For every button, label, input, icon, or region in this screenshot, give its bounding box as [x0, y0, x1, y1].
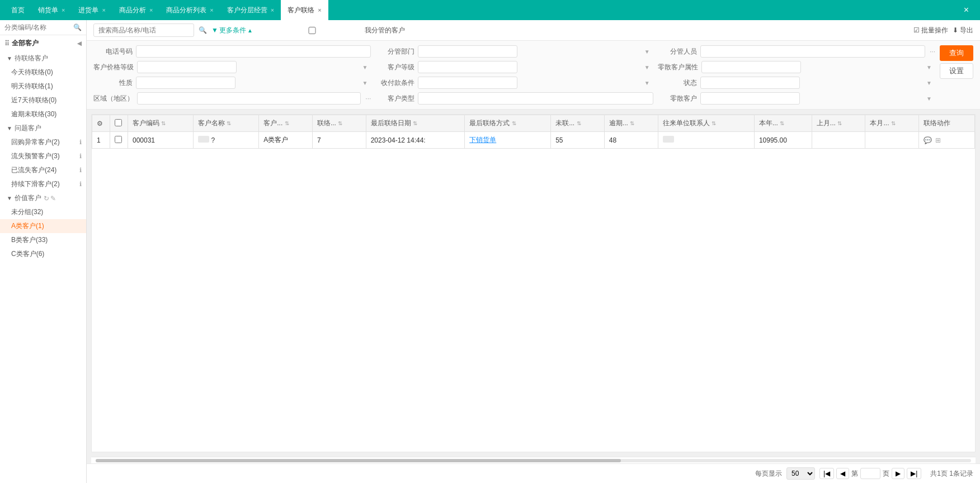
sidebar-item-overdue[interactable]: 逾期未联络(30) [0, 107, 86, 121]
settings-button[interactable]: 设置 [940, 63, 973, 79]
sidebar-item-b-class[interactable]: B类客户(33) [0, 233, 86, 247]
retail-label: 零散客户 [658, 94, 697, 103]
sidebar-item-today[interactable]: 今天待联络(0) [0, 65, 86, 79]
select-all-checkbox[interactable] [115, 119, 122, 126]
status-input[interactable] [700, 77, 800, 89]
region-dots[interactable]: ··· [365, 94, 371, 102]
th-code[interactable]: 客户编码 ⇅ [128, 115, 194, 132]
region-input[interactable] [137, 92, 361, 105]
total-text: 共1页 1条记录 [930, 469, 973, 479]
page-size-select[interactable]: 50 100 200 [786, 467, 815, 480]
th-action: 联络动作 [919, 115, 975, 132]
dept-label: 分管部门 [375, 47, 414, 56]
th-last-method[interactable]: 最后联络方式 ⇅ [465, 115, 551, 132]
level-input[interactable] [418, 61, 517, 73]
nature-input[interactable] [136, 77, 235, 89]
collapse-sidebar-icon[interactable]: ◀ [77, 40, 82, 46]
scrollbar-thumb[interactable] [96, 459, 621, 462]
last-page-btn[interactable]: ▶| [907, 468, 921, 479]
refresh-value-icon[interactable]: ↻ [44, 195, 49, 202]
th-level[interactable]: 客户... ⇅ [259, 115, 313, 132]
th-contact-count[interactable]: 联络... ⇅ [312, 115, 366, 132]
row-checkbox[interactable] [115, 136, 122, 143]
type-input[interactable] [418, 92, 653, 105]
sidebar-search-input[interactable] [4, 23, 71, 31]
status-label: 状态 [658, 78, 697, 88]
th-name[interactable]: 客户名称 ⇅ [194, 115, 259, 132]
sidebar-search-icon[interactable]: 🔍 [73, 23, 82, 31]
sidebar-item-declining[interactable]: 持续下滑客户(2) ℹ [0, 177, 86, 191]
prev-page-btn[interactable]: ◀ [836, 468, 849, 479]
phone-input[interactable] [136, 45, 371, 58]
nav-home[interactable]: 首页 [4, 0, 31, 20]
filter-icon: ▼ [211, 26, 218, 34]
scrollbar-track[interactable] [96, 459, 971, 462]
nav-sales[interactable]: 销货单 × [31, 0, 72, 20]
td-code: 000031 [128, 132, 194, 149]
th-this-year[interactable]: 本年... ⇅ [754, 115, 812, 132]
row-last-method[interactable]: 下销货单 [469, 136, 496, 144]
nav-customer-tier[interactable]: 客户分层经营 × [220, 0, 281, 20]
close-window-icon[interactable]: × [957, 5, 976, 15]
price-level-input[interactable] [137, 61, 237, 73]
search-input[interactable] [93, 23, 194, 37]
nav-analysis-list[interactable]: 商品分析列表 × [159, 0, 220, 20]
page-input[interactable]: 1 [860, 468, 880, 479]
filter-row-1: 电话号码 分管部门 ▼ 分管人员 [93, 45, 935, 58]
sidebar-item-unclassified[interactable]: 未分组(32) [0, 205, 86, 219]
batch-op-btn[interactable]: ☑ 批量操作 [913, 26, 948, 35]
th-last-date[interactable]: 最后联络日期 ⇅ [366, 115, 465, 132]
close-customer-tier-icon[interactable]: × [271, 7, 274, 13]
sidebar-item-7days[interactable]: 近7天待联络(0) [0, 93, 86, 107]
staff-label: 分管人员 [658, 47, 697, 56]
nav-customer-contact[interactable]: 客户联络 × [281, 0, 328, 20]
th-last-month[interactable]: 上月... ⇅ [812, 115, 865, 132]
th-overdue[interactable]: 逾期... ⇅ [604, 115, 658, 132]
nav-purchase[interactable]: 进货单 × [72, 0, 112, 20]
retail-attr-input[interactable]: 全部 [701, 61, 801, 73]
sidebar-item-tomorrow[interactable]: 明天待联络(1) [0, 79, 86, 93]
grid-icon[interactable]: ⊞ [935, 136, 941, 144]
sidebar-item-c-class[interactable]: C类客户(6) [0, 247, 86, 261]
export-btn[interactable]: ⬇ 导出 [953, 26, 973, 35]
row-no: 1 [97, 136, 101, 144]
close-customer-contact-icon[interactable]: × [318, 7, 321, 13]
more-conditions-btn[interactable]: ▼ 更多条件 ▲ [211, 26, 253, 35]
th-code-sort-icon: ⇅ [161, 120, 166, 126]
price-level-label: 客户价格等级 [93, 63, 134, 72]
next-page-btn[interactable]: ▶ [892, 468, 904, 479]
all-customers-header[interactable]: ⠿ 全部客户 ◀ [0, 35, 86, 51]
pending-contact-group[interactable]: ▼ 待联络客户 [0, 51, 86, 65]
unclassified-label: 未分组(32) [11, 207, 43, 217]
close-analysis-list-icon[interactable]: × [210, 7, 213, 13]
edit-value-icon[interactable]: ✎ [50, 195, 56, 202]
dept-input[interactable] [418, 45, 517, 58]
staff-dots[interactable]: ··· [930, 48, 935, 55]
th-gear[interactable]: ⚙ [92, 115, 110, 132]
horizontal-scrollbar[interactable] [91, 457, 976, 463]
table-row: 1 000031 ? A类客户 [92, 132, 975, 149]
th-unit-contact[interactable]: 往来单位联系人 ⇅ [658, 115, 754, 132]
problem-customers-group[interactable]: ▼ 问题客户 [0, 121, 86, 135]
payment-input[interactable] [418, 77, 517, 89]
close-sales-icon[interactable]: × [62, 7, 65, 13]
th-this-month[interactable]: 本月... ⇅ [865, 115, 919, 132]
sidebar-item-churn-warn[interactable]: 流失预警客户(3) ℹ [0, 149, 86, 163]
row-action-icons[interactable]: 💬 ⊞ [924, 136, 970, 144]
sidebar-item-a-class[interactable]: A类客户(1) [0, 219, 86, 233]
overdue-label: 逾期未联络(30) [11, 110, 56, 119]
my-customers-checkbox[interactable] [262, 27, 362, 34]
th-not-contact[interactable]: 未联... ⇅ [551, 115, 605, 132]
query-button[interactable]: 查询 [940, 45, 973, 61]
filter-search-icon[interactable]: 🔍 [199, 26, 207, 34]
close-analysis-icon[interactable]: × [149, 7, 153, 13]
first-page-btn[interactable]: |◀ [819, 468, 834, 479]
value-customers-group[interactable]: ▼ 价值客户 ↻ ✎ [0, 191, 86, 205]
close-purchase-icon[interactable]: × [102, 7, 105, 13]
chat-icon[interactable]: 💬 [924, 136, 932, 144]
sidebar-item-churned[interactable]: 已流失客户(24) ℹ [0, 163, 86, 177]
sidebar-item-repurchase[interactable]: 回购异常客户(2) ℹ [0, 135, 86, 149]
staff-input[interactable] [700, 45, 925, 58]
retail-input[interactable]: 全部 [700, 92, 800, 105]
nav-analysis[interactable]: 商品分析 × [112, 0, 159, 20]
